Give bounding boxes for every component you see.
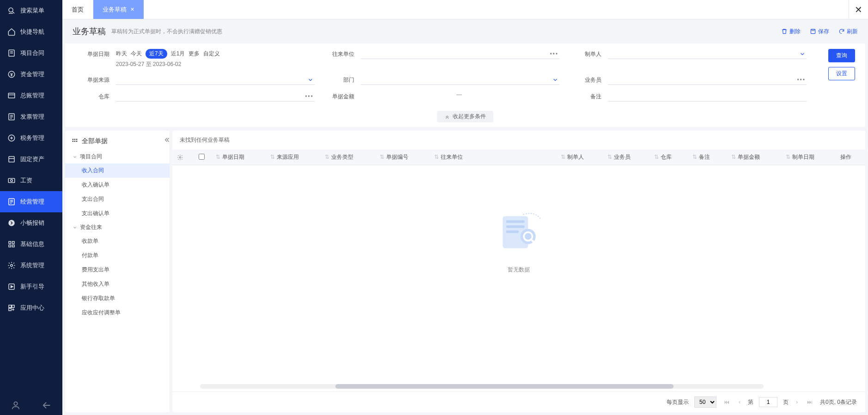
nav-label: 应用中心 (20, 304, 44, 312)
collapse-conditions[interactable]: 收起更多条件 (437, 111, 493, 122)
pager-prev[interactable]: ‹ (737, 399, 742, 405)
nav-quick[interactable]: 快捷导航 (0, 21, 62, 42)
tax-icon (7, 134, 16, 142)
salesman-input[interactable]: ••• (608, 75, 807, 85)
amount-range[interactable]: — (361, 91, 559, 98)
maker-input[interactable] (608, 49, 807, 59)
sort-icon[interactable]: ⇅ (270, 154, 275, 160)
sort-icon[interactable]: ⇅ (731, 154, 736, 160)
col-settings[interactable] (172, 150, 192, 165)
col-header[interactable]: ⇅制单人 (556, 150, 603, 165)
nav-system[interactable]: 系统管理 (0, 255, 62, 276)
chevron-down-icon[interactable] (552, 77, 558, 83)
chevron-down-icon[interactable] (799, 51, 806, 57)
tree-item[interactable]: 支出确认单 (65, 206, 170, 221)
filter-label-maker: 制单人 (566, 49, 608, 58)
pager-first[interactable]: ⏮ (722, 399, 731, 405)
collapse-panel-button[interactable] (163, 136, 170, 144)
pager-last[interactable]: ⏭ (805, 399, 814, 405)
nav-apps[interactable]: 应用中心 (0, 297, 62, 319)
col-header[interactable]: ⇅仓库 (649, 150, 688, 165)
remark-input[interactable] (608, 91, 807, 102)
nav-label: 工资 (20, 176, 32, 185)
tree-item[interactable]: 其他收入单 (65, 277, 170, 291)
warehouse-input[interactable]: ••• (116, 91, 315, 102)
col-header[interactable]: ⇅备注 (688, 150, 727, 165)
nav-guide[interactable]: 新手引导 (0, 276, 62, 297)
date-chip-more[interactable]: 更多 (188, 50, 200, 58)
nav-assets[interactable]: 固定资产 (0, 149, 62, 170)
col-header[interactable]: ⇅来源应用 (266, 150, 320, 165)
sort-icon[interactable]: ⇅ (561, 154, 565, 160)
dept-select[interactable] (361, 75, 559, 85)
delete-button[interactable]: 删除 (781, 28, 801, 36)
nav-invoice[interactable]: 发票管理 (0, 106, 62, 127)
tree-item[interactable]: 收入合同 (65, 163, 170, 178)
nav-ledger[interactable]: 总账管理 (0, 85, 62, 106)
nav-operation[interactable]: 经营管理 (0, 191, 62, 212)
col-header[interactable]: ⇅往来单位 (430, 150, 556, 165)
col-header[interactable]: ⇅业务类型 (320, 150, 375, 165)
scroll-thumb[interactable] (335, 384, 674, 389)
sort-icon[interactable]: ⇅ (216, 154, 220, 160)
date-chip-custom[interactable]: 自定义 (203, 50, 220, 58)
source-select[interactable] (116, 75, 315, 85)
query-button[interactable]: 查询 (828, 49, 855, 62)
sort-icon[interactable]: ⇅ (654, 154, 659, 160)
col-header[interactable]: ⇅单据日期 (211, 150, 266, 165)
save-button[interactable]: 保存 (810, 28, 829, 36)
date-chip-1m[interactable]: 近1月 (171, 50, 185, 58)
footer-icon-2[interactable] (42, 400, 52, 410)
nav-tax[interactable]: 税务管理 (0, 127, 62, 149)
tree-item[interactable]: 银行存取款单 (65, 291, 170, 306)
close-icon[interactable]: ✕ (130, 6, 134, 12)
chevron-down-icon[interactable] (307, 77, 314, 83)
ellipsis-icon[interactable]: ••• (797, 77, 806, 83)
col-checkbox[interactable] (192, 150, 211, 165)
date-chip-yesterday[interactable]: 昨天 (116, 50, 127, 58)
date-chip-7d[interactable]: 近7天 (146, 49, 167, 59)
col-header[interactable]: ⇅业务员 (603, 150, 649, 165)
nav-reimburse[interactable]: 小畅报销 (0, 212, 62, 234)
select-all-checkbox[interactable] (199, 154, 205, 160)
svg-rect-22 (9, 245, 11, 247)
pager-next[interactable]: › (794, 399, 800, 405)
nav-funds[interactable]: 资金管理 (0, 64, 62, 85)
sort-icon[interactable]: ⇅ (786, 154, 790, 160)
sort-icon[interactable]: ⇅ (692, 154, 697, 160)
horizontal-scrollbar[interactable] (200, 384, 764, 389)
footer-icon-1[interactable] (11, 400, 21, 410)
col-header[interactable]: ⇅单据金额 (727, 150, 781, 165)
settings-button[interactable]: 设置 (828, 67, 855, 80)
grid-icon (72, 138, 78, 144)
nav-base[interactable]: 基础信息 (0, 234, 62, 255)
nav-salary[interactable]: 工资 (0, 170, 62, 191)
tabs-close-all[interactable]: ✕ (849, 0, 868, 19)
refresh-button[interactable]: 刷新 (838, 28, 858, 36)
tree-item[interactable]: 收款单 (65, 234, 170, 248)
col-header[interactable]: ⇅单据编号 (375, 150, 430, 165)
col-header[interactable]: ⇅制单日期 (781, 150, 836, 165)
nav-search-menu[interactable]: 搜索菜单 (0, 0, 62, 21)
svg-rect-31 (811, 29, 815, 33)
sort-icon[interactable]: ⇅ (325, 154, 329, 160)
tree-group-contract[interactable]: 项目合同 (65, 150, 170, 163)
tree-item[interactable]: 应收应付调整单 (65, 306, 170, 320)
tree-item[interactable]: 收入确认单 (65, 178, 170, 192)
perpage-select[interactable]: 50 (694, 397, 716, 408)
sort-icon[interactable]: ⇅ (607, 154, 612, 160)
page-input[interactable] (759, 397, 777, 407)
sort-icon[interactable]: ⇅ (434, 154, 439, 160)
sort-icon[interactable]: ⇅ (380, 154, 384, 160)
partner-input[interactable]: ••• (361, 49, 559, 59)
tree-item[interactable]: 支出合同 (65, 192, 170, 206)
nav-contract[interactable]: 项目合同 (0, 42, 62, 64)
tab-home[interactable]: 首页 (62, 0, 93, 19)
date-chip-today[interactable]: 今天 (131, 50, 142, 58)
ellipsis-icon[interactable]: ••• (550, 51, 558, 57)
ellipsis-icon[interactable]: ••• (305, 93, 314, 100)
tree-item[interactable]: 费用支出单 (65, 263, 170, 277)
tree-item[interactable]: 付款单 (65, 248, 170, 263)
tab-draft[interactable]: 业务草稿✕ (93, 0, 144, 19)
tree-group-funds[interactable]: 资金往来 (65, 221, 170, 234)
